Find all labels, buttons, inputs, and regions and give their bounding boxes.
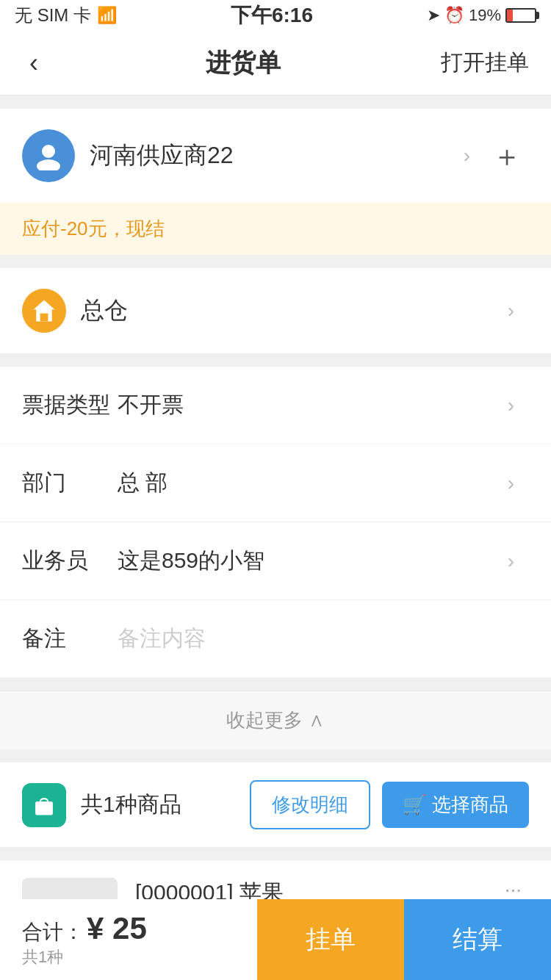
invoice-type-row[interactable]: 票据类型 不开票 › xyxy=(0,367,551,444)
remark-label: 备注 xyxy=(22,624,118,654)
warehouse-chevron-icon: › xyxy=(508,299,514,323)
supplier-section: 河南供应商22 › ＋ 应付-20元，现结 xyxy=(0,109,551,255)
status-bar: 无 SIM 卡 📶 下午6:16 ➤ ⏰ 19% xyxy=(0,0,551,31)
modify-detail-button[interactable]: 修改明细 xyxy=(250,780,370,829)
invoice-value: 不开票 xyxy=(118,390,508,420)
dept-label: 部门 xyxy=(22,468,118,498)
remark-row[interactable]: 备注 备注内容 xyxy=(0,600,551,677)
status-time: 下午6:16 xyxy=(231,1,313,29)
home-icon xyxy=(31,298,57,324)
bottom-bar: 合计： ¥ 25 共1种 挂单 结算 xyxy=(0,899,551,980)
credit-info: 应付-20元，现结 xyxy=(0,203,551,255)
hang-order-button[interactable]: 挂单 xyxy=(257,899,404,980)
total-section: 合计： ¥ 25 共1种 xyxy=(0,899,257,980)
product-store-icon xyxy=(22,783,66,827)
svg-point-0 xyxy=(42,145,55,158)
svg-rect-3 xyxy=(40,314,48,322)
select-icon: 🛒 xyxy=(403,793,426,816)
dept-chevron-icon: › xyxy=(508,472,514,495)
carrier-text: 无 SIM 卡 xyxy=(15,4,91,27)
form-section: 票据类型 不开票 › 部门 总 部 › 业务员 这是859的小智 › 备注 备注… xyxy=(0,367,551,677)
status-carrier: 无 SIM 卡 📶 xyxy=(15,4,117,27)
sales-chevron-icon: › xyxy=(508,550,514,573)
svg-rect-4 xyxy=(35,801,53,815)
total-count: 共1种 xyxy=(22,946,235,968)
page-title: 进货单 xyxy=(206,46,281,80)
battery-icon xyxy=(505,8,536,23)
back-button[interactable]: ‹ xyxy=(22,40,46,86)
dept-value: 总 部 xyxy=(118,468,508,498)
nav-bar: ‹ 进货单 打开挂单 xyxy=(0,31,551,96)
total-label: 合计： xyxy=(22,918,84,946)
product-section: 共1种商品 修改明细 🛒 选择商品 xyxy=(0,763,551,847)
battery-percent: 19% xyxy=(469,6,501,25)
wifi-icon: 📶 xyxy=(97,6,117,25)
person-icon xyxy=(34,141,63,170)
warehouse-name: 总仓 xyxy=(81,295,508,327)
add-supplier-button[interactable]: ＋ xyxy=(485,136,529,176)
status-right: ➤ ⏰ 19% xyxy=(427,6,536,25)
remark-placeholder[interactable]: 备注内容 xyxy=(118,624,529,654)
product-header: 共1种商品 修改明细 🛒 选择商品 xyxy=(0,763,551,847)
sales-value: 这是859的小智 xyxy=(118,546,508,576)
main-content: 河南供应商22 › ＋ 应付-20元，现结 总仓 › 票据类型 不开票 › 部门 xyxy=(0,109,551,980)
warehouse-icon xyxy=(22,289,66,333)
bag-icon xyxy=(32,793,57,818)
select-product-button[interactable]: 🛒 选择商品 xyxy=(382,782,529,828)
location-icon: ➤ xyxy=(427,6,440,25)
svg-point-1 xyxy=(37,159,60,170)
total-amount: ¥ 25 xyxy=(87,911,147,946)
open-pending-button[interactable]: 打开挂单 xyxy=(441,48,529,78)
collapse-bar[interactable]: 收起更多 ∧ xyxy=(0,691,551,749)
sales-label: 业务员 xyxy=(22,546,118,576)
alarm-icon: ⏰ xyxy=(444,6,464,25)
invoice-chevron-icon: › xyxy=(508,394,514,417)
invoice-label: 票据类型 xyxy=(22,390,118,420)
checkout-button[interactable]: 结算 xyxy=(404,899,551,980)
chevron-right-icon: › xyxy=(464,144,470,167)
supplier-name: 河南供应商22 xyxy=(90,140,464,172)
supplier-avatar xyxy=(22,129,75,182)
warehouse-section: 总仓 › xyxy=(0,268,551,353)
warehouse-row[interactable]: 总仓 › xyxy=(0,268,551,353)
product-more-button[interactable]: ··· xyxy=(497,878,529,901)
dept-row[interactable]: 部门 总 部 › xyxy=(0,444,551,522)
salesperson-row[interactable]: 业务员 这是859的小智 › xyxy=(0,522,551,600)
product-count: 共1种商品 xyxy=(81,790,250,820)
supplier-row[interactable]: 河南供应商22 › ＋ xyxy=(0,109,551,203)
